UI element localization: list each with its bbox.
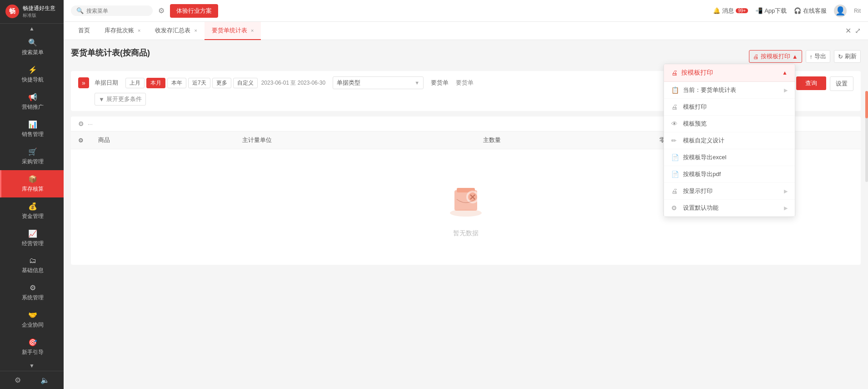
- topbar-settings-icon[interactable]: ⚙: [158, 6, 165, 15]
- tab-fullscreen-icon[interactable]: ⤢: [855, 26, 861, 35]
- sidebar-item-operations[interactable]: 📈 经营管理: [0, 225, 64, 252]
- date-btn-7days[interactable]: 近7天: [188, 78, 210, 88]
- sidebar-item-purchase[interactable]: 🛒 采购管理: [0, 143, 64, 170]
- cart-icon: 🛒: [28, 147, 37, 156]
- col-settings-icon[interactable]: ⚙: [78, 137, 84, 144]
- sidebar-item-collab[interactable]: 🤝 企业协同: [0, 306, 64, 333]
- dropdown-title-label: 按模板打印: [681, 69, 713, 77]
- sidebar-item-label: 新手引导: [22, 349, 44, 356]
- date-btn-last-month[interactable]: 上月: [125, 78, 145, 88]
- dropdown-printer-icon: 🖨: [671, 69, 678, 76]
- settings-bottom-icon[interactable]: ⚙: [15, 376, 21, 384]
- sidebar-scroll-down[interactable]: ▼: [0, 361, 64, 371]
- dropdown-export-excel-item[interactable]: 📄 按模板导出excel: [664, 149, 795, 166]
- tab-bar-actions: ✕ ⤢: [845, 26, 861, 35]
- template-print-dropdown: 🖨 按模板打印 ▲ 📋 当前：要货单统计表 ▶ 🖨 模板打印 👁 模板预览 ✏ …: [663, 64, 795, 217]
- dropdown-chevron-icon[interactable]: ▲: [782, 70, 788, 76]
- money-icon: 💰: [28, 202, 37, 211]
- sidebar-item-label: 营销推广: [22, 103, 44, 111]
- target-icon: 🎯: [28, 338, 37, 347]
- dropdown-set-default-item[interactable]: ⚙ 设置默认功能 ▶: [664, 200, 795, 217]
- dropdown-display-print-item[interactable]: 🖨 按显示打印 ▶: [664, 183, 795, 200]
- topbar-search-box[interactable]: 🔍: [71, 5, 153, 16]
- megaphone-icon: 📢: [28, 93, 37, 101]
- tab-close-all-icon[interactable]: ✕: [845, 26, 851, 35]
- avatar-icon: 👤: [835, 6, 845, 16]
- date-btn-custom[interactable]: 自定义: [233, 78, 258, 88]
- dropdown-template-design-icon: ✏: [671, 137, 678, 144]
- online-service-action[interactable]: 🎧 在线客服: [794, 7, 827, 15]
- speaker-icon[interactable]: 🔈: [40, 376, 50, 384]
- date-btn-this-month[interactable]: 本月: [146, 78, 165, 88]
- tab-order-stats-label: 要货单统计表: [212, 26, 247, 35]
- bell-icon: 🔔: [713, 7, 720, 14]
- sidebar-item-inventory[interactable]: 📦 库存核算: [0, 170, 64, 197]
- filter-expand-btn[interactable]: »: [78, 77, 89, 88]
- tab-order-stats-close[interactable]: ×: [251, 28, 254, 33]
- tab-order-stats[interactable]: 要货单统计表 ×: [205, 22, 261, 40]
- sidebar-item-label: 采购管理: [22, 158, 44, 166]
- app-download-action[interactable]: 📲 App下载: [755, 7, 787, 15]
- box-icon: 📦: [28, 175, 37, 183]
- username-label[interactable]: Rit: [854, 8, 861, 14]
- export-btn[interactable]: ↑ 导出: [806, 50, 831, 63]
- user-avatar[interactable]: 👤: [834, 5, 847, 17]
- tab-batch-account-close[interactable]: ×: [138, 28, 140, 33]
- sidebar-item-label: 基础信息: [22, 267, 44, 274]
- table-settings-icon[interactable]: ⚙: [78, 120, 84, 127]
- sidebar-scroll-up[interactable]: ▲: [0, 24, 64, 34]
- sidebar-item-finance[interactable]: 💰 资金管理: [0, 197, 64, 225]
- dropdown-current-arrow: ▶: [784, 87, 788, 93]
- col-quantity-header: 主数量: [476, 131, 652, 149]
- folder-icon: 🗂: [29, 257, 36, 265]
- settings-btn[interactable]: 设置: [830, 76, 853, 91]
- right-scrollbar[interactable]: [865, 91, 868, 182]
- dropdown-current-item[interactable]: 📋 当前：要货单统计表 ▶: [664, 82, 795, 99]
- messages-action[interactable]: 🔔 消息 99+: [713, 7, 748, 15]
- printer-icon: 🖨: [753, 53, 759, 60]
- col-unit-label: 主计量单位: [242, 136, 272, 143]
- dropdown-export-pdf-item[interactable]: 📄 按模板导出pdf: [664, 166, 795, 183]
- dropdown-display-print-title: 🖨 按显示打印: [671, 187, 713, 195]
- sidebar-item-quick-nav[interactable]: ⚡ 快捷导航: [0, 61, 64, 88]
- empty-text: 暂无数据: [453, 229, 479, 237]
- query-btn[interactable]: 查询: [796, 76, 826, 90]
- dropdown-template-preview-icon: 👁: [671, 120, 678, 127]
- page-title: 要货单统计表(按商品): [71, 47, 150, 58]
- dropdown-set-default-icon: ⚙: [671, 204, 678, 212]
- sidebar-item-search[interactable]: 🔍 搜索菜单: [0, 34, 64, 61]
- template-print-label: 按模板打印: [761, 52, 790, 61]
- tab-home[interactable]: 首页: [71, 22, 97, 40]
- date-btn-group: 上月 本月 本年 近7天 更多 自定义 2023-06-01 至 2023-06…: [125, 78, 325, 88]
- sidebar: 畅 畅捷通好生意 标准版 ▲ 🔍 搜索菜单 ⚡ 快捷导航 📢 营销推广 📊 销售…: [0, 0, 64, 389]
- dropdown-export-excel-icon: 📄: [671, 154, 678, 161]
- tab-receipt-summary-close[interactable]: ×: [194, 28, 197, 33]
- topbar: 🔍 ⚙ 体验行业方案 🔔 消息 99+ 📲 App下载 🎧 在线客服 👤 Rit: [64, 0, 868, 22]
- sidebar-item-marketing[interactable]: 📢 营销推广: [0, 88, 64, 116]
- tab-batch-account[interactable]: 库存批次账 ×: [97, 22, 148, 40]
- template-print-btn[interactable]: 🖨 按模板打印 ▲: [749, 50, 802, 63]
- date-btn-this-year[interactable]: 本年: [167, 78, 186, 88]
- sidebar-item-guide[interactable]: 🎯 新手引导: [0, 333, 64, 361]
- dropdown-template-design-item[interactable]: ✏ 模板自定义设计: [664, 132, 795, 149]
- dropdown-export-excel-label: 按模板导出excel: [683, 153, 726, 162]
- tab-receipt-summary[interactable]: 收发存汇总表 ×: [148, 22, 204, 40]
- trial-btn[interactable]: 体验行业方案: [170, 4, 218, 18]
- sidebar-item-system[interactable]: ⚙ 系统管理: [0, 279, 64, 306]
- sidebar-item-sales[interactable]: 📊 销售管理: [0, 116, 64, 143]
- sidebar-item-label: 资金管理: [22, 212, 44, 220]
- search-input[interactable]: [86, 8, 141, 14]
- download-icon: 📲: [755, 7, 763, 14]
- date-btn-more[interactable]: 更多: [212, 78, 231, 88]
- expand-more-label: 展开更多条件: [106, 95, 142, 103]
- dropdown-template-preview-item[interactable]: 👁 模板预览: [664, 116, 795, 132]
- online-service-label: 在线客服: [803, 7, 827, 15]
- logo-icon: 畅: [5, 5, 19, 18]
- dropdown-template-print-item[interactable]: 🖨 模板打印: [664, 99, 795, 116]
- expand-more-btn[interactable]: ▼ 展开更多条件: [95, 93, 146, 106]
- sidebar-item-basic[interactable]: 🗂 基础信息: [0, 252, 64, 279]
- dropdown-set-default-arrow: ▶: [784, 205, 788, 211]
- refresh-btn[interactable]: ↻ 刷新: [834, 50, 861, 63]
- order-type-select[interactable]: 单据类型 ▼: [333, 76, 424, 89]
- toolbar-more-icon[interactable]: ···: [88, 121, 93, 127]
